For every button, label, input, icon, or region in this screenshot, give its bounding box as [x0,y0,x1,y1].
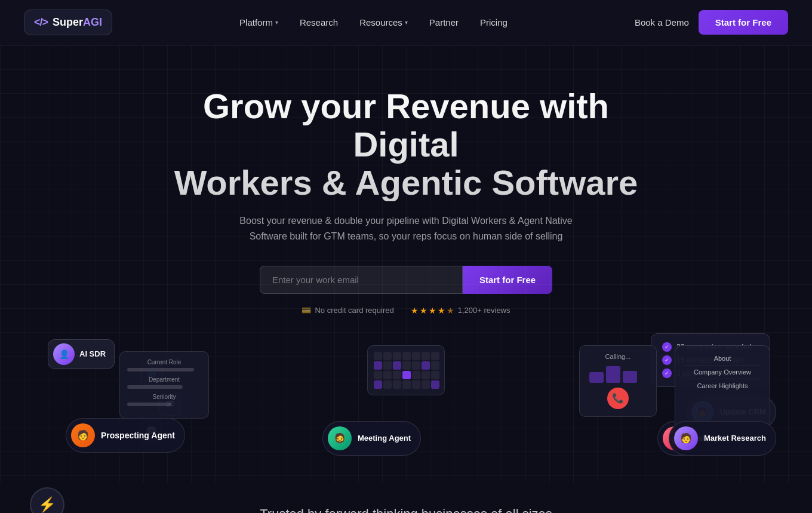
profile-card: Current Role Department Seniority [119,351,209,419]
market-research-label: 🧑 Market Research [669,421,776,456]
hero-section: Grow your Revenue with Digital Workers &… [0,45,812,483]
hero-form: Start for Free [24,266,788,294]
cal-cell [402,371,411,379]
star-4: ★ [438,306,445,315]
phone-bar [589,372,604,383]
logo-text: SuperAGI [53,16,102,29]
start-free-button[interactable]: Start for Free [699,10,788,35]
star-3: ★ [429,306,436,315]
chevron-down-icon: ▾ [275,19,278,26]
cal-cell [431,352,439,360]
float-elements: 👤 AI SDR in ✉ 💬 Current Role Department … [24,327,788,459]
market-row-3: Career Highlights [684,379,761,392]
cal-cell [374,361,382,370]
market-research-avatar: 🧑 [674,426,698,450]
cal-cell [393,352,401,360]
hero-badges: 💳 No credit card required ★ ★ ★ ★ ★ 1,20… [24,306,788,315]
hangup-button: 📞 [607,388,629,409]
hero-cta-button[interactable]: Start for Free [463,266,552,294]
hero-subtext: Boost your revenue & double your pipelin… [239,213,573,244]
star-5: ★ [447,306,454,315]
lightning-icon: ⚡ [38,496,56,513]
cal-cell [383,352,392,360]
cal-cell [393,361,401,370]
nav-actions: Book a Demo Start for Free [635,10,788,35]
check-icon-2: ✓ [662,355,672,365]
market-row-2: Company Overview [684,365,761,379]
cal-cell [412,380,420,389]
chevron-down-icon: ▾ [405,19,408,26]
profile-field-seniority: Seniority [127,394,201,406]
cal-cell [431,371,439,379]
field-bar-role [127,368,194,371]
profile-field-dept: Department [127,376,201,389]
field-bar-dept [127,385,183,389]
no-cc-badge: 💳 No credit card required [302,306,393,315]
phone-bar [606,366,620,383]
book-demo-button[interactable]: Book a Demo [635,17,689,27]
star-rating: ★ ★ ★ ★ ★ [411,306,454,315]
field-bar-seniority [127,403,171,406]
check-icon-1: ✓ [662,342,672,352]
cal-cell [374,380,382,389]
trusted-section: ⚡ Trusted by forward thinking businesses… [0,483,812,513]
cal-cell [412,371,420,379]
cal-cell [374,352,382,360]
nav-pricing[interactable]: Pricing [480,17,508,27]
nav-resources[interactable]: Resources ▾ [359,17,408,27]
phone-mockup: Calling... 📞 [579,345,657,417]
no-cc-icon: 💳 [302,306,311,315]
calling-status: Calling... [589,353,647,360]
prospecting-avatar: 🧑 [71,423,95,447]
cal-cell [431,380,439,389]
prospecting-agent-label: 🧑 Prospecting Agent [66,418,185,453]
profile-field-role: Current Role [127,359,201,371]
ai-sdr-bubble: 👤 AI SDR [48,339,115,369]
phone-bar [623,371,637,383]
email-input[interactable] [260,266,463,294]
cal-cell [374,371,382,379]
cal-grid [374,352,438,389]
trusted-title: Trusted by forward thinking businesses o… [24,506,788,513]
cal-cell [383,361,392,370]
cal-cell [402,380,411,389]
navigation: </> SuperAGI Platform ▾ Research Resourc… [0,0,812,45]
star-1: ★ [411,306,419,315]
cal-cell [393,380,401,389]
logo-icon: </> [34,16,48,29]
cal-cell [393,371,401,379]
reviews-badge: ★ ★ ★ ★ ★ 1,200+ reviews [411,306,510,315]
calendar-mockup [367,345,445,395]
lightning-badge: ⚡ [30,487,64,513]
star-2: ★ [420,306,427,315]
cal-cell [402,361,411,370]
field-label-dept: Department [127,376,201,383]
meeting-avatar: 🧔 [328,426,352,450]
field-label-seniority: Seniority [127,394,201,400]
cal-cell [412,352,420,360]
nav-links: Platform ▾ Research Resources ▾ Partner … [239,17,508,27]
cal-cell [402,352,411,360]
nav-research[interactable]: Research [300,17,338,27]
phone-bars [589,365,647,383]
ai-sdr-avatar: 👤 [53,343,75,365]
check-icon-3: ✓ [662,368,672,378]
logo[interactable]: </> SuperAGI [24,10,112,35]
meeting-agent-label: 🧔 Meeting Agent [322,421,421,456]
cal-cell [422,352,430,360]
cal-cell [383,371,392,379]
hero-headline: Grow your Revenue with Digital Workers &… [173,87,639,201]
cal-cell [422,380,430,389]
market-row-1: About [684,352,761,365]
field-label-role: Current Role [127,359,201,365]
nav-partner[interactable]: Partner [429,17,459,27]
nav-platform[interactable]: Platform ▾ [239,17,278,27]
market-card-rows: About Company Overview Career Highlights [684,352,761,392]
cal-cell [412,361,420,370]
cal-cell [383,380,392,389]
cal-cell [422,371,430,379]
cal-cell [431,361,439,370]
cal-cell [422,361,430,370]
